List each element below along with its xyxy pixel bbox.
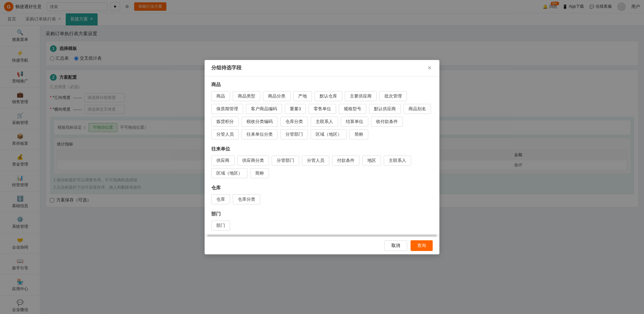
modal-confirm-button[interactable]: 查询 — [411, 240, 433, 251]
field-tag[interactable]: 仓库分类 — [280, 117, 308, 127]
field-group-warehouse: 仓库 仓库 仓库分类 — [211, 185, 433, 204]
field-tag[interactable]: 结算单位 — [341, 117, 368, 127]
field-tags-goods: 商品 商品类型 商品分类 产地 默认仓库 主要供应商 批次管理 保质期管理 客户… — [211, 91, 433, 139]
field-tag[interactable]: 产地 — [293, 91, 312, 101]
field-group-warehouse-title: 仓库 — [211, 185, 433, 191]
field-group-dept-title: 部门 — [211, 211, 433, 217]
field-tag[interactable]: 地区 — [362, 155, 381, 166]
field-tag[interactable]: 商品类型 — [233, 91, 260, 101]
field-tag[interactable]: 收付款条件 — [371, 117, 403, 127]
field-tag[interactable]: 重量3 — [285, 104, 306, 114]
field-tag[interactable]: 分管人员 — [302, 155, 329, 166]
field-tags-warehouse: 仓库 仓库分类 — [211, 194, 433, 204]
field-tag[interactable]: 商品 — [211, 91, 230, 101]
field-tag[interactable]: 简称 — [350, 129, 368, 139]
modal-overlay: 分组待选字段 ✕ 商品 商品 商品类型 商品分类 产地 默认仓库 主要供应商 批… — [0, 0, 644, 314]
field-tag[interactable]: 主联系人 — [384, 155, 411, 166]
modal-cancel-button[interactable]: 取消 — [384, 240, 407, 251]
field-tag[interactable]: 炼货积分 — [211, 117, 239, 127]
field-tag[interactable]: 分管部门 — [272, 155, 299, 166]
field-tags-dept: 部门 — [211, 221, 433, 231]
field-tag[interactable]: 区域（地区） — [211, 168, 248, 178]
field-tag[interactable]: 规格型号 — [339, 104, 366, 114]
modal-title: 分组待选字段 — [211, 65, 241, 71]
field-tag[interactable]: 商品别名 — [404, 104, 431, 114]
field-tag[interactable]: 往来单位分类 — [241, 129, 278, 139]
field-tag[interactable]: 保质期管理 — [211, 104, 243, 114]
field-tag[interactable]: 主要供应商 — [345, 91, 377, 101]
modal-header: 分组待选字段 ✕ — [205, 60, 439, 76]
field-group-partner-title: 往来单位 — [211, 146, 433, 152]
field-tag[interactable]: 供应商 — [211, 155, 234, 166]
field-group-goods: 商品 商品 商品类型 商品分类 产地 默认仓库 主要供应商 批次管理 保质期管理… — [211, 82, 433, 139]
field-tag[interactable]: 分管部门 — [280, 129, 308, 139]
field-tag[interactable]: 分管人员 — [211, 129, 239, 139]
field-tag[interactable]: 默认供应商 — [369, 104, 401, 114]
field-tag[interactable]: 付款条件 — [332, 155, 360, 166]
field-tag[interactable]: 客户商品编码 — [246, 104, 282, 114]
field-tags-partner: 供应商 供应商分类 分管部门 分管人员 付款条件 地区 主联系人 区域（地区） … — [211, 155, 433, 178]
field-tag[interactable]: 仓库分类 — [233, 194, 260, 204]
field-tag[interactable]: 默认仓库 — [315, 91, 342, 101]
field-group-partner: 往来单位 供应商 供应商分类 分管部门 分管人员 付款条件 地区 主联系人 区域… — [211, 146, 433, 178]
field-tag[interactable]: 部门 — [211, 221, 230, 231]
field-tag[interactable]: 商品分类 — [263, 91, 290, 101]
field-group-goods-title: 商品 — [211, 82, 433, 88]
modal-body: 商品 商品 商品类型 商品分类 产地 默认仓库 主要供应商 批次管理 保质期管理… — [205, 76, 439, 234]
field-group-dept: 部门 部门 — [211, 211, 433, 231]
modal-footer: 取消 查询 — [205, 237, 439, 254]
modal-hscroll — [205, 234, 439, 237]
field-tag[interactable]: 零售单位 — [309, 104, 336, 114]
field-tag[interactable]: 批次管理 — [379, 91, 407, 101]
field-tag[interactable]: 税收分类编码 — [241, 117, 278, 127]
modal: 分组待选字段 ✕ 商品 商品 商品类型 商品分类 产地 默认仓库 主要供应商 批… — [205, 60, 439, 254]
field-tag[interactable]: 供应商分类 — [237, 155, 269, 166]
modal-close-button[interactable]: ✕ — [426, 65, 433, 71]
field-tag[interactable]: 主联系人 — [311, 117, 338, 127]
field-tag[interactable]: 区域（地区） — [311, 129, 347, 139]
field-tag[interactable]: 仓库 — [211, 194, 230, 204]
field-tag[interactable]: 简称 — [250, 168, 269, 178]
